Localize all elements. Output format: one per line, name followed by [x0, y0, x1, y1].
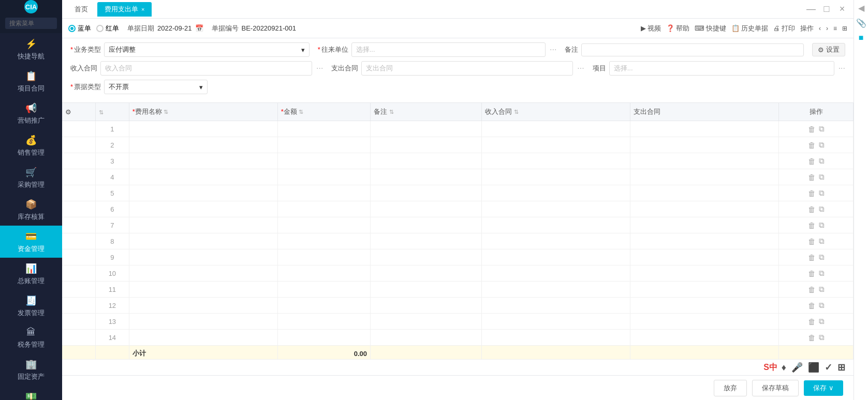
cell-amount[interactable] — [277, 169, 370, 185]
income-contract-more-icon[interactable]: ··· — [316, 64, 323, 73]
sidebar-item-marketing[interactable]: 📢营销推广 — [0, 97, 62, 129]
operate-btn[interactable]: 操作 — [800, 24, 814, 33]
diamond-icon[interactable]: ♦ — [782, 362, 786, 373]
delete-icon[interactable]: 🗑 — [808, 237, 816, 246]
help-btn[interactable]: ❓帮助 — [666, 24, 689, 33]
cell-amount[interactable] — [277, 201, 370, 217]
window-close-icon[interactable]: × — [836, 3, 848, 16]
mic-icon[interactable]: 🎤 — [791, 362, 803, 373]
expense-contract-more-icon[interactable]: ··· — [577, 64, 584, 73]
cell-note[interactable] — [371, 169, 482, 185]
cell-name[interactable] — [129, 233, 277, 249]
cell-income[interactable] — [482, 330, 630, 346]
cell-name[interactable] — [129, 282, 277, 298]
cell-amount[interactable] — [277, 298, 370, 314]
cell-income[interactable] — [482, 282, 630, 298]
calendar-icon[interactable]: 📅 — [195, 24, 203, 32]
settings-button[interactable]: ⚙ 设置 — [812, 43, 845, 56]
sidebar-item-capital-mgmt[interactable]: 💳资金管理 — [0, 226, 62, 258]
cell-note[interactable] — [371, 153, 482, 169]
copy-icon[interactable]: ⧉ — [819, 317, 825, 326]
cell-note[interactable] — [371, 265, 482, 282]
shortcut-btn[interactable]: ⌨快捷键 — [695, 24, 726, 33]
partner-select[interactable]: 选择... — [351, 42, 546, 57]
project-more-icon[interactable]: ··· — [838, 64, 845, 73]
copy-icon[interactable]: ⧉ — [819, 220, 825, 230]
cell-income[interactable] — [482, 121, 630, 137]
cell-expense[interactable] — [630, 169, 779, 185]
cell-name[interactable] — [129, 201, 277, 217]
cell-note[interactable] — [371, 121, 482, 137]
cell-expense[interactable] — [630, 282, 779, 298]
cell-expense[interactable] — [630, 201, 779, 217]
sidebar-item-invoice-mgmt[interactable]: 🧾发票管理 — [0, 290, 62, 322]
sidebar-item-sales-mgmt[interactable]: 💰销售管理 — [0, 129, 62, 161]
cell-amount[interactable] — [277, 185, 370, 201]
cell-expense[interactable] — [630, 314, 779, 330]
cell-income[interactable] — [482, 153, 630, 169]
cell-name[interactable] — [129, 298, 277, 314]
cell-note[interactable] — [371, 233, 482, 249]
delete-icon[interactable]: 🗑 — [808, 253, 816, 262]
copy-icon[interactable]: ⧉ — [819, 253, 825, 262]
print-btn[interactable]: 🖨打印 — [773, 24, 795, 33]
delete-icon[interactable]: 🗑 — [808, 301, 816, 310]
box-icon[interactable]: ⬛ — [808, 362, 819, 373]
delete-icon[interactable]: 🗑 — [808, 285, 816, 294]
cell-amount[interactable] — [277, 121, 370, 137]
cell-amount[interactable] — [277, 265, 370, 282]
save-button[interactable]: 保存 ∨ — [804, 380, 843, 396]
cell-income[interactable] — [482, 137, 630, 153]
grid-icon[interactable]: ⊞ — [837, 362, 845, 373]
rp-active-icon[interactable]: ■ — [859, 33, 864, 42]
rp-expand-icon[interactable]: ◀ — [858, 3, 864, 13]
biz-type-select[interactable]: 应付调整 ▾ — [104, 42, 310, 57]
sidebar-item-fixed-assets[interactable]: 🏢固定资产 — [0, 353, 62, 386]
cell-amount[interactable] — [277, 249, 370, 265]
history-btn[interactable]: 📋历史单据 — [731, 24, 768, 33]
cell-name[interactable] — [129, 153, 277, 169]
delete-icon[interactable]: 🗑 — [808, 173, 816, 182]
sidebar-item-payroll[interactable]: 💵工资 — [0, 386, 62, 400]
cell-expense[interactable] — [630, 217, 779, 233]
cell-name[interactable] — [129, 217, 277, 233]
check-icon[interactable]: ✓ — [825, 362, 832, 373]
tab-close-icon[interactable]: × — [141, 6, 144, 12]
sidebar-item-quick-nav[interactable]: ⚡快捷导航 — [0, 33, 62, 65]
sidebar-item-project-contract[interactable]: 📋项目合同 — [0, 65, 62, 97]
cell-amount[interactable] — [277, 137, 370, 153]
cell-amount[interactable] — [277, 153, 370, 169]
sidebar-item-tax-mgmt[interactable]: 🏛税务管理 — [0, 322, 62, 353]
copy-icon[interactable]: ⧉ — [819, 140, 825, 150]
cell-expense[interactable] — [630, 233, 779, 249]
col-gear-header[interactable]: ⚙ — [62, 103, 96, 121]
cell-income[interactable] — [482, 265, 630, 282]
next-btn[interactable]: › — [826, 25, 828, 32]
copy-icon[interactable]: ⧉ — [819, 204, 825, 214]
delete-icon[interactable]: 🗑 — [808, 317, 816, 326]
cell-expense[interactable] — [630, 298, 779, 314]
radio-red[interactable]: 红单 — [96, 24, 119, 33]
cell-note[interactable] — [371, 249, 482, 265]
delete-icon[interactable]: 🗑 — [808, 157, 816, 166]
cell-amount[interactable] — [277, 217, 370, 233]
cell-name[interactable] — [129, 137, 277, 153]
cell-note[interactable] — [371, 298, 482, 314]
cell-expense[interactable] — [630, 185, 779, 201]
cell-expense[interactable] — [630, 137, 779, 153]
cell-amount[interactable] — [277, 330, 370, 346]
video-btn[interactable]: ▶视频 — [641, 24, 661, 33]
cell-expense[interactable] — [630, 330, 779, 346]
delete-icon[interactable]: 🗑 — [808, 221, 816, 230]
cell-income[interactable] — [482, 249, 630, 265]
cell-name[interactable] — [129, 249, 277, 265]
cell-note[interactable] — [371, 282, 482, 298]
cell-note[interactable] — [371, 330, 482, 346]
save-dropdown-icon[interactable]: ∨ — [829, 384, 834, 392]
cell-expense[interactable] — [630, 121, 779, 137]
grid-view-btn[interactable]: ⊞ — [842, 25, 847, 32]
cell-note[interactable] — [371, 201, 482, 217]
partner-more-icon[interactable]: ··· — [550, 45, 556, 54]
copy-icon[interactable]: ⧉ — [819, 236, 825, 246]
copy-icon[interactable]: ⧉ — [819, 301, 825, 310]
